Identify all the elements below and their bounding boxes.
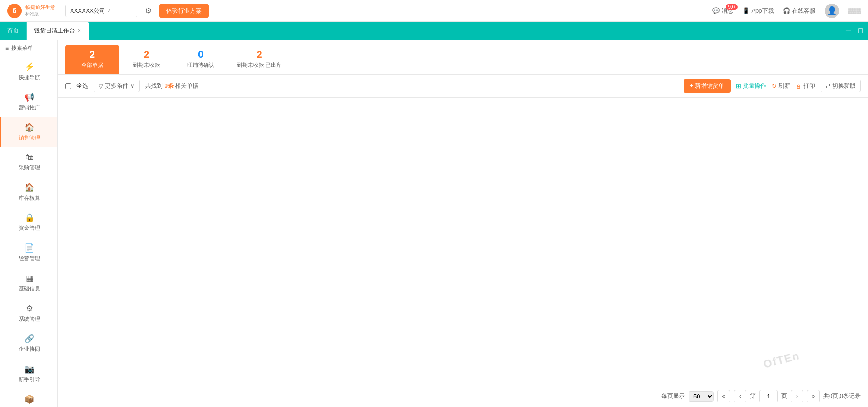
batch-icon: ⊞: [736, 83, 741, 89]
sidebar-item-label: 快捷导航: [19, 74, 40, 81]
home-tab-label: 首页: [7, 27, 19, 35]
stat-label-wangpu: 旺铺待确认: [187, 61, 214, 69]
print-button[interactable]: 🖨 打印: [796, 82, 815, 90]
sidebar-item-label: 新手引导: [19, 376, 40, 384]
tab-close-icon[interactable]: ×: [78, 28, 81, 34]
batch-label: 批量操作: [743, 82, 766, 90]
sidebar: ≡ 搜索菜单 ⚡ 快捷导航 📢 营销推广 🏠 销售管理 🛍 采购管理 🏠 库存核…: [0, 40, 58, 407]
select-all-label: 全选: [76, 82, 88, 90]
purchase-icon: 🛍: [25, 153, 33, 162]
per-page-label: 每页显示: [661, 392, 685, 400]
total-records-label: 共0页,0条记录: [823, 392, 861, 400]
stat-tab-unshipped[interactable]: 2 到期未收款 已出库: [228, 45, 291, 74]
tab-minimize-button[interactable]: ─: [844, 25, 853, 37]
sidebar-item-inventory[interactable]: 🏠 库存核算: [0, 177, 57, 207]
basic-info-icon: ▦: [26, 273, 33, 283]
refresh-button[interactable]: ↻ 刷新: [772, 82, 790, 90]
stats-tabs: 2 全部单据 2 到期未收款 0 旺铺待确认 2 到期未收款 已出库: [58, 40, 868, 75]
sidebar-item-label: 营销推广: [19, 104, 40, 112]
message-icon: 💬: [712, 7, 720, 14]
sidebar-item-label: 资金管理: [19, 225, 40, 232]
sidebar-item-enterprise[interactable]: 🔗 企业协同: [0, 328, 57, 359]
first-page-button[interactable]: «: [717, 390, 730, 402]
sidebar-item-label: 销售管理: [19, 134, 40, 142]
logo-text: 畅捷通好生意: [25, 4, 55, 10]
sidebar-item-purchase[interactable]: 🛍 采购管理: [0, 147, 57, 177]
filter-icon: ▽: [99, 83, 103, 89]
message-badge: 99+: [726, 4, 738, 10]
refresh-label: 刷新: [778, 82, 790, 90]
filter-chevron: ∨: [130, 83, 135, 89]
avatar-icon: 👤: [827, 6, 837, 16]
sidebar-item-operations[interactable]: 📄 经营管理: [0, 238, 57, 268]
search-menu-item[interactable]: ≡ 搜索菜单: [0, 40, 57, 56]
settings-button[interactable]: ⚙: [141, 4, 156, 18]
found-text: 共找到 0条 相关单据: [145, 82, 198, 90]
app-download-action[interactable]: 📱 App下载: [742, 7, 774, 15]
tab-active[interactable]: 钱货日清工作台 ×: [27, 22, 89, 40]
logo-badge: 标准版: [25, 11, 55, 17]
next-page-button[interactable]: ›: [791, 390, 803, 402]
app-download-label: App下载: [751, 7, 774, 15]
prev-page-button[interactable]: ‹: [734, 390, 746, 402]
company-selector[interactable]: XXXXXX公司 ∨: [65, 5, 137, 17]
search-menu-icon: ≡: [5, 45, 9, 51]
page-number-input[interactable]: [760, 390, 778, 402]
sidebar-item-guide[interactable]: 📷 新手引导: [0, 359, 57, 389]
page-label: 第: [750, 392, 756, 400]
app-download-icon: 📱: [742, 7, 750, 14]
sidebar-item-label: 库存核算: [19, 194, 40, 202]
stat-tab-wangpu[interactable]: 0 旺铺待确认: [174, 45, 228, 74]
table-area: [58, 98, 868, 385]
finance-icon: 🔒: [24, 213, 34, 223]
sidebar-item-label: 企业协同: [19, 346, 40, 353]
sidebar-item-label: 系统管理: [19, 315, 40, 323]
enterprise-icon: 🔗: [24, 334, 34, 344]
stat-label-all: 全部单据: [81, 61, 103, 69]
sidebar-item-finance[interactable]: 🔒 资金管理: [0, 207, 57, 238]
sidebar-item-system[interactable]: ⚙ 系统管理: [0, 298, 57, 328]
batch-operation-button[interactable]: ⊞ 批量操作: [736, 82, 766, 90]
filter-button[interactable]: ▽ 更多条件 ∨: [94, 80, 140, 92]
message-action[interactable]: 💬 消息 99+: [712, 7, 733, 15]
switch-icon: ⇄: [826, 83, 830, 89]
sales-icon: 🏠: [24, 122, 34, 132]
sidebar-item-app-center[interactable]: 📦 应用中心: [0, 389, 57, 407]
print-icon: 🖨: [796, 83, 802, 89]
guide-icon: 📷: [24, 364, 34, 374]
tab-bar: 首页 钱货日清工作台 × ─ □: [0, 22, 868, 40]
avatar[interactable]: 👤: [825, 4, 839, 18]
tab-bar-actions: ─ □: [844, 25, 868, 37]
print-label: 打印: [803, 82, 815, 90]
chevron-down-icon: ∨: [107, 8, 110, 13]
stat-tab-all[interactable]: 2 全部单据: [65, 45, 119, 74]
header-right: 💬 消息 99+ 📱 App下载 🎧 在线客服 👤 ▓▓▓: [712, 4, 861, 18]
sidebar-item-basic-info[interactable]: ▦ 基础信息: [0, 268, 57, 298]
found-count: 0条: [165, 82, 174, 89]
user-name[interactable]: ▓▓▓: [848, 7, 861, 14]
add-sales-order-button[interactable]: + 新增销货单: [684, 79, 731, 93]
last-page-button[interactable]: »: [807, 390, 820, 402]
sidebar-item-label: 经营管理: [19, 255, 40, 262]
online-service-action[interactable]: 🎧 在线客服: [783, 7, 816, 15]
sidebar-item-label: 基础信息: [19, 285, 40, 293]
select-all-checkbox[interactable]: [65, 83, 71, 89]
logo-area: 6 畅捷通好生意 标准版: [7, 4, 65, 18]
sidebar-item-marketing[interactable]: 📢 营销推广: [0, 87, 57, 117]
search-menu-label: 搜索菜单: [11, 44, 33, 52]
experience-button[interactable]: 体验行业方案: [159, 4, 209, 18]
online-service-label: 在线客服: [792, 7, 816, 15]
per-page-select[interactable]: 50 100 200: [689, 391, 714, 402]
sidebar-item-quick-nav[interactable]: ⚡ 快捷导航: [0, 56, 57, 87]
logo-icon: 6: [7, 4, 22, 18]
stat-number-wangpu: 0: [198, 49, 203, 61]
tab-home[interactable]: 首页: [0, 22, 27, 40]
stat-tab-overdue[interactable]: 2 到期未收款: [119, 45, 174, 74]
stat-number-all: 2: [90, 49, 95, 61]
sidebar-item-sales[interactable]: 🏠 销售管理: [0, 117, 57, 147]
refresh-icon: ↻: [772, 83, 777, 89]
tab-maximize-button[interactable]: □: [856, 25, 864, 37]
toolbar: 全选 ▽ 更多条件 ∨ 共找到 0条 相关单据 + 新增销货单 ⊞ 批量操作 ↻…: [58, 75, 868, 98]
active-tab-label: 钱货日清工作台: [34, 27, 75, 35]
switch-version-button[interactable]: ⇄ 切换新版: [821, 80, 861, 92]
